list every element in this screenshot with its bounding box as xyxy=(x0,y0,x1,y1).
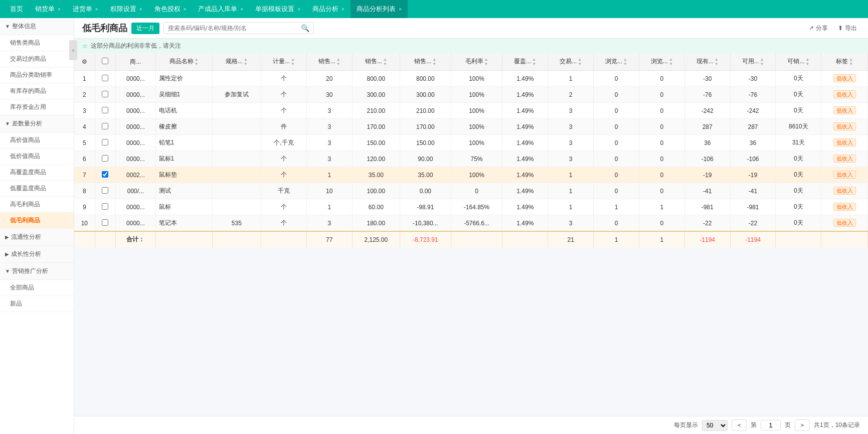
nav-close-角色授权[interactable]: × xyxy=(184,7,187,12)
col-header-tag[interactable]: 标签▲▼ xyxy=(821,53,868,71)
views1-link[interactable]: 0 xyxy=(615,91,618,98)
sidebar-item-高毛利商品[interactable]: 高毛利商品 xyxy=(0,197,74,213)
views1-link[interactable]: 0 xyxy=(615,172,618,179)
nav-close-商品分析列表[interactable]: × xyxy=(399,7,402,12)
nav-close-单据模板设置[interactable]: × xyxy=(297,7,300,12)
nav-item-销货单[interactable]: 销货单× xyxy=(29,0,67,18)
views1-link[interactable]: 0 xyxy=(615,188,618,195)
row-checkbox[interactable] xyxy=(102,219,108,226)
row-gross-margin: 0 xyxy=(451,183,502,199)
row-checkbox[interactable] xyxy=(102,75,108,81)
nav-item-商品分析列表[interactable]: 商品分析列表× xyxy=(351,0,408,18)
row-checkbox[interactable] xyxy=(102,91,108,97)
sidebar-item-有库存的商品[interactable]: 有库存的商品 xyxy=(0,83,74,99)
views1-link[interactable]: 0 xyxy=(615,220,618,227)
nav-close-权限设置[interactable]: × xyxy=(139,7,142,12)
row-available: -106 xyxy=(730,151,776,167)
sidebar-item-高价值商品[interactable]: 高价值商品 xyxy=(0,132,74,149)
page-label-pre: 第 xyxy=(751,421,757,429)
col-header-sales_qty[interactable]: 销售...▲▼ xyxy=(306,53,352,71)
row-trade: 3 xyxy=(548,119,594,135)
page-size-select[interactable]: 50 100 200 xyxy=(702,420,728,431)
col-header-coverage[interactable]: 覆盖...▲▼ xyxy=(502,53,548,71)
sidebar-group-流通性分析[interactable]: ▶流通性分析 xyxy=(0,229,74,246)
row-no: 6 xyxy=(74,151,95,167)
col-header-gross_margin[interactable]: 毛利率▲▼ xyxy=(451,53,502,71)
export-btn[interactable]: ⬆ 导出 xyxy=(835,23,860,34)
col-header-views2[interactable]: 浏览...▲▼ xyxy=(639,53,684,71)
row-sales-qty: 20 xyxy=(306,71,352,87)
nav-item-进货单[interactable]: 进货单× xyxy=(67,0,104,18)
row-sales-amount: 300.00 xyxy=(352,87,400,103)
row-trade: 1 xyxy=(548,167,594,183)
sidebar-item-低毛利商品[interactable]: 低毛利商品 xyxy=(0,213,74,229)
views1-link[interactable]: 0 xyxy=(615,139,618,147)
date-filter-btn[interactable]: 近一月 xyxy=(131,23,159,34)
col-header-sellable[interactable]: 可销...▲▼ xyxy=(776,53,821,71)
nav-item-角色授权[interactable]: 角色授权× xyxy=(148,0,193,18)
next-page-btn[interactable]: ＞ xyxy=(795,419,810,431)
nav-item-产成品入库单[interactable]: 产成品入库单× xyxy=(192,0,249,18)
col-header-current_stock[interactable]: 现有...▲▼ xyxy=(684,53,730,71)
sidebar-item-交易过的商品[interactable]: 交易过的商品 xyxy=(0,51,74,67)
share-btn[interactable]: ↗ 分享 xyxy=(806,23,831,34)
sidebar-item-商品分类助销率[interactable]: 商品分类助销率 xyxy=(0,67,74,83)
sidebar-item-库存资金占用[interactable]: 库存资金占用 xyxy=(0,99,74,115)
settings-icon[interactable]: ⚙ xyxy=(82,58,87,65)
nav-close-销货单[interactable]: × xyxy=(58,7,61,12)
col-header-name[interactable]: 商品名称▲▼ xyxy=(155,53,212,71)
table-footer: 合计：772,125.00-8,723.912111-1194-1194 xyxy=(74,231,868,247)
row-sales-profit: 90.00 xyxy=(400,151,451,167)
col-header-views1[interactable]: 浏览...▲▼ xyxy=(594,53,639,71)
col-header-spec[interactable]: 规格...▲▼ xyxy=(212,53,261,71)
row-sales-profit: 210.00 xyxy=(400,103,451,119)
nav-close-产成品入库单[interactable]: × xyxy=(240,7,243,12)
views1-link[interactable]: 0 xyxy=(615,156,618,163)
table-row: 30000...电话机个3210.00210.00100%1.49%300-24… xyxy=(74,103,868,119)
sidebar-group-成长性分析[interactable]: ▶成长性分析 xyxy=(0,246,74,263)
search-input[interactable] xyxy=(168,25,301,32)
sidebar-group-营销推广分析[interactable]: ▼营销推广分析 xyxy=(0,263,74,280)
sidebar-group-整体信息[interactable]: ▼整体信息 xyxy=(0,18,74,35)
nav-item-单据模板设置[interactable]: 单据模板设置× xyxy=(249,0,306,18)
sidebar-item-低价值商品[interactable]: 低价值商品 xyxy=(0,149,74,165)
sidebar-item-低覆盖度商品[interactable]: 低覆盖度商品 xyxy=(0,181,74,197)
row-checkbox[interactable] xyxy=(102,203,108,210)
sidebar-collapse-btn[interactable]: « xyxy=(69,40,77,60)
views1-link[interactable]: 0 xyxy=(615,75,618,82)
col-header-sales_amount[interactable]: 销售...▲▼ xyxy=(352,53,400,71)
row-checkbox[interactable] xyxy=(102,139,108,146)
nav-close-进货单[interactable]: × xyxy=(95,7,98,12)
row-checkbox[interactable] xyxy=(102,155,108,162)
page-number-input[interactable] xyxy=(761,420,781,430)
row-coverage: 1.49% xyxy=(502,87,548,103)
sidebar-item-销售类商品[interactable]: 销售类商品 xyxy=(0,35,74,51)
views1-link[interactable]: 1 xyxy=(615,204,618,211)
row-checkbox[interactable] xyxy=(102,171,108,178)
nav-item-权限设置[interactable]: 权限设置× xyxy=(104,0,148,18)
sidebar-group-差数量分析[interactable]: ▼差数量分析 xyxy=(0,115,74,132)
row-checkbox[interactable] xyxy=(102,107,108,113)
col-header-sales_profit[interactable]: 销售...▲▼ xyxy=(400,53,451,71)
row-checkbox[interactable] xyxy=(102,123,108,129)
prev-page-btn[interactable]: ＜ xyxy=(732,419,747,431)
sidebar-item-全部商品[interactable]: 全部商品 xyxy=(0,280,74,296)
tag-badge: 低收入 xyxy=(833,219,856,227)
row-sellable: 0天 xyxy=(776,183,821,199)
nav-close-商品分析[interactable]: × xyxy=(341,7,344,12)
col-header-code[interactable]: 商... xyxy=(116,53,155,71)
nav-item-商品分析[interactable]: 商品分析× xyxy=(306,0,351,18)
row-checkbox[interactable] xyxy=(102,187,108,194)
views1-link[interactable]: 0 xyxy=(615,107,618,114)
col-header-unit[interactable]: 计量...▲▼ xyxy=(261,53,307,71)
row-code: 0000... xyxy=(116,87,155,103)
sidebar-item-高覆盖度商品[interactable]: 高覆盖度商品 xyxy=(0,165,74,181)
sort-icon-available: ▲▼ xyxy=(760,57,764,66)
select-all-checkbox[interactable] xyxy=(102,58,108,64)
row-sales-profit: 0.00 xyxy=(400,183,451,199)
col-header-available[interactable]: 可用...▲▼ xyxy=(730,53,776,71)
col-header-trade[interactable]: 交易...▲▼ xyxy=(548,53,594,71)
nav-item-首页[interactable]: 首页 xyxy=(4,0,29,18)
views1-link[interactable]: 0 xyxy=(615,123,618,130)
sidebar-item-新品[interactable]: 新品 xyxy=(0,296,74,312)
